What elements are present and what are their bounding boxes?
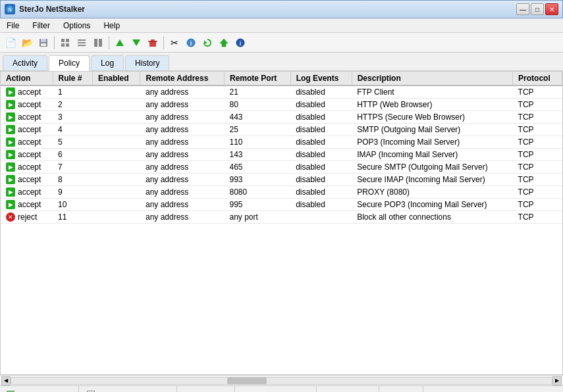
cell-remote-port: 443: [224, 111, 290, 124]
table-row[interactable]: ▶accept2any address80disabledHTTP (Web B…: [1, 99, 562, 111]
col-action[interactable]: Action: [1, 72, 53, 86]
save-button[interactable]: [36, 35, 51, 51]
open-button[interactable]: 📂: [19, 35, 35, 51]
tab-bar: Activity Policy Log History: [0, 53, 563, 71]
menu-help[interactable]: Help: [97, 18, 126, 32]
cell-log-events: disabled: [290, 174, 352, 186]
out-segment: Out: 0 KB/s: [427, 386, 472, 392]
maximize-button[interactable]: □: [531, 3, 544, 15]
tab-policy[interactable]: Policy: [49, 55, 90, 71]
cell-remote-port: 25: [224, 124, 290, 136]
cell-log-events: disabled: [290, 124, 352, 136]
cell-log-events: disabled: [290, 199, 352, 211]
svg-rect-5: [61, 39, 65, 42]
cell-log-events: disabled: [290, 161, 352, 174]
table-row[interactable]: ▶accept9any address8080disabledPROXY (80…: [1, 186, 562, 199]
cell-enabled: [92, 211, 140, 224]
cell-log-events: [290, 211, 352, 224]
cell-description: Secure SMTP (Outgoing Mail Server): [352, 161, 512, 174]
scroll-track[interactable]: [11, 377, 552, 385]
cell-remote-address: any address: [140, 136, 225, 149]
info-button[interactable]: i: [183, 35, 199, 51]
monitoring-segment: Monitoring: Active: [3, 386, 79, 392]
tab-history[interactable]: History: [125, 55, 169, 71]
svg-marker-22: [220, 39, 228, 47]
cell-enabled: [92, 161, 140, 174]
table-row[interactable]: ▶accept3any address443disabledHTTPS (Sec…: [1, 111, 562, 124]
accept-icon: ▶: [6, 200, 15, 209]
col-remote-address[interactable]: Remote Address: [140, 72, 225, 86]
move-up-button[interactable]: [112, 35, 128, 51]
cell-remote-address: any address: [140, 186, 225, 199]
scissors-button[interactable]: ✂: [167, 35, 182, 51]
cell-rule: 5: [53, 136, 92, 149]
cell-enabled: [92, 111, 140, 124]
scroll-left-button[interactable]: ◀: [1, 376, 11, 385]
close-button[interactable]: ✕: [545, 3, 558, 15]
menu-options[interactable]: Options: [57, 18, 97, 32]
col-enabled[interactable]: Enabled: [92, 72, 140, 86]
col-description[interactable]: Description: [352, 72, 512, 86]
col-remote-port[interactable]: Remote Port: [224, 72, 290, 86]
cell-action: ▶accept: [1, 199, 53, 211]
cell-rule: 1: [53, 86, 92, 99]
table-row[interactable]: ✕reject11any addressany portBlock all ot…: [1, 211, 562, 224]
cell-action: ▶accept: [1, 136, 53, 149]
cell-protocol: TCP: [513, 161, 562, 174]
svg-rect-8: [66, 43, 69, 47]
svg-rect-12: [94, 39, 97, 47]
table-row[interactable]: ▶accept5any address110disabledPOP3 (Inco…: [1, 136, 562, 149]
view1-button[interactable]: [57, 35, 73, 51]
table-row[interactable]: ▶accept7any address465disabledSecure SMT…: [1, 161, 562, 174]
cell-enabled: [92, 86, 140, 99]
cell-remote-port: 465: [224, 161, 290, 174]
cell-remote-address: any address: [140, 99, 225, 111]
refresh-button[interactable]: [200, 35, 215, 51]
home-button[interactable]: [216, 35, 232, 51]
scroll-right-button[interactable]: ▶: [552, 376, 562, 385]
new-button[interactable]: 📄: [3, 35, 18, 51]
tab-log[interactable]: Log: [91, 55, 124, 71]
horizontal-scrollbar[interactable]: ◀ ▶: [0, 375, 563, 385]
table-row[interactable]: ▶accept1any address21disabledFTP ClientT…: [1, 86, 562, 99]
svg-rect-3: [41, 39, 46, 42]
table-row[interactable]: ▶accept6any address143disabledIMAP (Inco…: [1, 149, 562, 161]
cell-log-events: disabled: [290, 149, 352, 161]
cell-enabled: [92, 99, 140, 111]
menu-file[interactable]: File: [0, 18, 26, 32]
status-bar: Monitoring: Active Policy: NORMAL.RLSP E…: [0, 385, 563, 392]
policy-table-container[interactable]: Action Rule # Enabled Remote Address Rem…: [1, 72, 562, 374]
col-log-events[interactable]: Log Events: [290, 72, 352, 86]
scroll-thumb[interactable]: [227, 378, 267, 384]
move-down-button[interactable]: [128, 35, 144, 51]
view3-button[interactable]: [90, 35, 106, 51]
toolbar: 📄 📂 ✂ i i: [0, 33, 563, 53]
cell-log-events: disabled: [290, 111, 352, 124]
view2-button[interactable]: [74, 35, 90, 51]
cell-action: ▶accept: [1, 174, 53, 186]
help2-button[interactable]: i: [232, 35, 248, 51]
table-row[interactable]: ▶accept4any address25disabledSMTP (Outgo…: [1, 124, 562, 136]
col-rule[interactable]: Rule #: [53, 72, 92, 86]
cell-action: ▶accept: [1, 161, 53, 174]
cell-enabled: [92, 149, 140, 161]
accept-icon: ▶: [6, 112, 15, 122]
window-controls: — □ ✕: [516, 3, 558, 15]
cell-remote-address: any address: [140, 174, 225, 186]
col-protocol[interactable]: Protocol: [513, 72, 562, 86]
menu-filter[interactable]: Filter: [26, 18, 57, 32]
cell-rule: 6: [53, 149, 92, 161]
accept-icon: ▶: [6, 87, 15, 97]
minimize-button[interactable]: —: [516, 3, 529, 15]
svg-marker-21: [204, 40, 207, 43]
cell-description: Secure IMAP (Incoming Mail Server): [352, 174, 512, 186]
cell-description: PROXY (8080): [352, 186, 512, 199]
accept-icon: ▶: [6, 125, 15, 134]
table-row[interactable]: ▶accept8any address993disabledSecure IMA…: [1, 174, 562, 186]
tab-activity[interactable]: Activity: [3, 55, 47, 71]
cell-remote-address: any address: [140, 111, 225, 124]
delete-button[interactable]: [145, 35, 161, 51]
cell-remote-address: any address: [140, 124, 225, 136]
cell-rule: 7: [53, 161, 92, 174]
table-row[interactable]: ▶accept10any address995disabledSecure PO…: [1, 199, 562, 211]
